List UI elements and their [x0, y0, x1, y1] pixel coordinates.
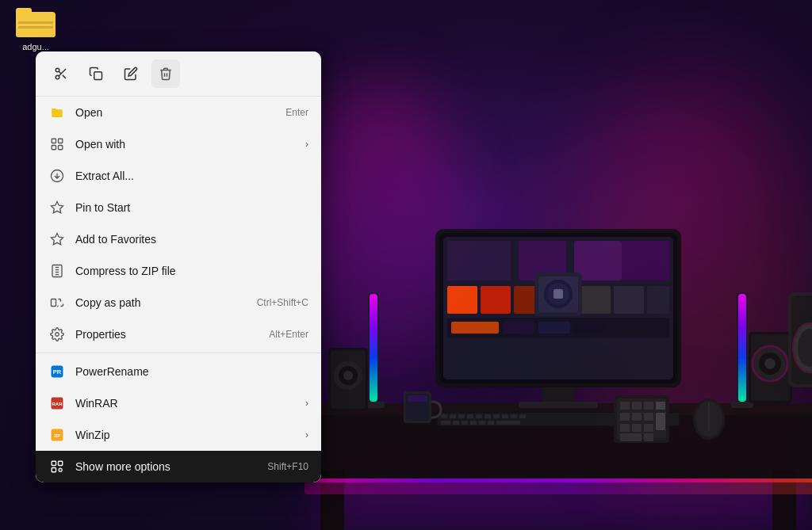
menu-item-properties[interactable]: Properties Alt+Enter: [36, 318, 321, 350]
winrar-icon: RAR: [48, 395, 66, 412]
compress-zip-icon: [48, 262, 66, 280]
menu-item-extract[interactable]: Extract All...: [36, 160, 321, 192]
svg-point-112: [56, 68, 59, 72]
svg-rect-63: [656, 402, 665, 410]
menu-item-powerrename[interactable]: PR PowerRename: [36, 356, 321, 387]
add-favorites-icon: [48, 231, 66, 248]
svg-rect-47: [519, 414, 526, 418]
svg-rect-66: [644, 413, 653, 421]
menu-item-winzip[interactable]: ZIP WinZip ›: [36, 419, 321, 451]
svg-rect-67: [656, 413, 665, 430]
svg-rect-68: [620, 424, 630, 432]
extract-label: Extract All...: [75, 170, 308, 182]
rename-button[interactable]: [117, 59, 145, 88]
winzip-icon: ZIP: [48, 426, 66, 444]
svg-rect-24: [614, 286, 644, 314]
open-label: Open: [75, 106, 278, 119]
show-more-icon: [48, 458, 66, 475]
open-with-label: Open with: [75, 138, 299, 151]
svg-rect-44: [493, 414, 500, 418]
cut-icon: [54, 67, 68, 81]
add-favorites-label: Add to Favorites: [75, 233, 308, 246]
menu-item-show-more[interactable]: Show more options Shift+F10: [36, 451, 321, 482]
svg-rect-120: [52, 146, 56, 150]
svg-line-115: [63, 75, 66, 78]
svg-rect-62: [644, 402, 653, 410]
svg-rect-27: [451, 322, 499, 334]
svg-rect-19: [447, 286, 477, 314]
menu-item-winrar[interactable]: RAR WinRAR ›: [36, 387, 321, 419]
menu-item-open-with[interactable]: Open with ›: [36, 128, 321, 160]
svg-rect-49: [453, 421, 459, 425]
svg-rect-38: [441, 414, 447, 418]
svg-rect-65: [632, 413, 642, 421]
svg-rect-29: [538, 322, 570, 334]
svg-rect-25: [647, 286, 669, 314]
svg-rect-53: [488, 421, 494, 425]
svg-rect-119: [59, 139, 63, 143]
open-with-arrow: ›: [305, 139, 308, 150]
svg-rect-45: [502, 414, 508, 418]
winzip-label: WinZip: [75, 429, 299, 441]
svg-rect-40: [458, 414, 465, 418]
svg-rect-5: [370, 294, 377, 402]
compress-zip-label: Compress to ZIP file: [75, 265, 308, 277]
svg-text:ZIP: ZIP: [54, 433, 61, 438]
copy-button[interactable]: [82, 59, 110, 88]
properties-icon: [48, 326, 66, 343]
desk-illustration: [281, 158, 812, 530]
svg-point-85: [764, 358, 776, 369]
menu-item-compress-zip[interactable]: Compress to ZIP file: [36, 255, 321, 287]
powerrename-icon: PR: [48, 363, 66, 380]
svg-rect-125: [52, 265, 62, 277]
svg-rect-42: [476, 414, 482, 418]
svg-rect-72: [644, 433, 653, 441]
delete-button[interactable]: [151, 59, 180, 88]
svg-rect-75: [408, 395, 427, 402]
svg-point-113: [56, 75, 59, 79]
svg-rect-39: [450, 414, 456, 418]
menu-item-copy-as-path[interactable]: Copy as path Ctrl+Shift+C: [36, 287, 321, 318]
svg-point-131: [56, 333, 59, 337]
svg-rect-46: [511, 414, 517, 418]
winrar-label: WinRAR: [75, 397, 299, 410]
svg-rect-71: [620, 433, 642, 441]
svg-text:PR: PR: [53, 368, 62, 376]
svg-rect-52: [479, 421, 485, 425]
svg-rect-48: [441, 421, 450, 425]
properties-label: Properties: [75, 328, 261, 341]
svg-marker-123: [52, 202, 63, 213]
copy-icon: [89, 67, 103, 81]
svg-rect-70: [644, 424, 653, 432]
context-menu: Open Enter Open with › Extract All...: [36, 51, 321, 482]
menu-item-pin-to-start[interactable]: Pin to Start: [36, 192, 321, 223]
svg-text:RAR: RAR: [52, 402, 63, 406]
svg-rect-30: [574, 322, 606, 334]
svg-rect-11: [519, 402, 598, 408]
powerrename-label: PowerRename: [75, 365, 308, 378]
svg-line-116: [59, 71, 61, 74]
menu-item-add-favorites[interactable]: Add to Favorites: [36, 223, 321, 255]
svg-rect-15: [447, 241, 511, 280]
svg-point-80: [343, 371, 353, 380]
winzip-arrow: ›: [305, 429, 308, 440]
show-more-label: Show more options: [75, 460, 259, 473]
cut-button[interactable]: [47, 59, 75, 88]
show-more-shortcut: Shift+F10: [267, 461, 308, 472]
svg-rect-117: [94, 72, 102, 80]
svg-rect-41: [467, 414, 473, 418]
menu-item-open[interactable]: Open Enter: [36, 97, 321, 128]
desktop-icon-label: adgu...: [22, 42, 49, 51]
svg-marker-124: [52, 234, 63, 245]
svg-rect-50: [462, 421, 468, 425]
open-with-icon: [48, 135, 66, 153]
svg-rect-121: [59, 146, 63, 150]
svg-rect-61: [632, 402, 642, 410]
copy-as-path-label: Copy as path: [75, 296, 249, 309]
delete-icon: [159, 67, 173, 81]
context-menu-toolbar: [36, 51, 321, 97]
desktop-icon[interactable]: adgu...: [8, 8, 63, 51]
svg-rect-111: [304, 482, 812, 494]
svg-rect-140: [52, 468, 56, 472]
copy-as-path-shortcut: Ctrl+Shift+C: [257, 297, 308, 308]
